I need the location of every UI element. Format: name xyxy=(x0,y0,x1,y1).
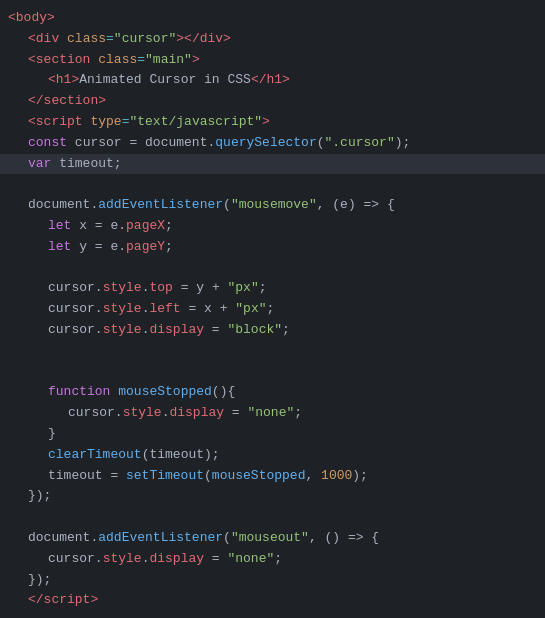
code-line-30 xyxy=(0,611,545,618)
code-line-29: </script> xyxy=(0,590,545,611)
code-line-20: cursor.style.display = "none"; xyxy=(0,403,545,424)
code-line-16: cursor.style.display = "block"; xyxy=(0,320,545,341)
code-line-1: <body> xyxy=(0,8,545,29)
code-line-14: cursor.style.top = y + "px"; xyxy=(0,278,545,299)
code-line-9 xyxy=(0,174,545,195)
code-line-21: } xyxy=(0,424,545,445)
code-line-13 xyxy=(0,258,545,279)
code-line-27: cursor.style.display = "none"; xyxy=(0,549,545,570)
code-line-15: cursor.style.left = x + "px"; xyxy=(0,299,545,320)
code-line-5: </section> xyxy=(0,91,545,112)
code-line-6: <script type="text/javascript"> xyxy=(0,112,545,133)
code-line-18 xyxy=(0,362,545,383)
code-line-10: document.addEventListener("mousemove", (… xyxy=(0,195,545,216)
code-line-23: timeout = setTimeout(mouseStopped, 1000)… xyxy=(0,466,545,487)
code-line-22: clearTimeout(timeout); xyxy=(0,445,545,466)
code-line-24: }); xyxy=(0,486,545,507)
code-line-7: const cursor = document.querySelector(".… xyxy=(0,133,545,154)
code-line-4: <h1>Animated Cursor in CSS</h1> xyxy=(0,70,545,91)
code-line-25 xyxy=(0,507,545,528)
code-line-8: var timeout; xyxy=(0,154,545,175)
code-line-28: }); xyxy=(0,570,545,591)
code-line-17 xyxy=(0,341,545,362)
code-line-26: document.addEventListener("mouseout", ()… xyxy=(0,528,545,549)
code-line-12: let y = e.pageY; xyxy=(0,237,545,258)
code-line-2: <div class="cursor"></div> xyxy=(0,29,545,50)
code-editor: <body><div class="cursor"></div><section… xyxy=(0,0,545,618)
code-line-11: let x = e.pageX; xyxy=(0,216,545,237)
code-line-3: <section class="main"> xyxy=(0,50,545,71)
code-line-19: function mouseStopped(){ xyxy=(0,382,545,403)
